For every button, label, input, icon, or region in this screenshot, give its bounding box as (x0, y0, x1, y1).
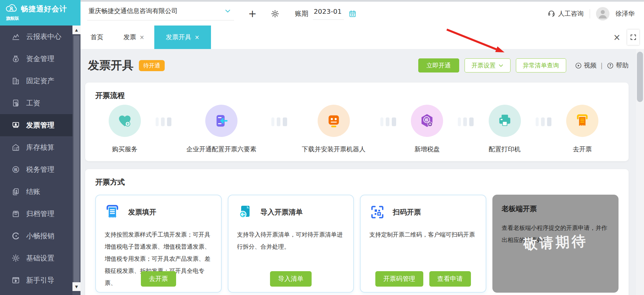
sidebar-scrollbar: ▲ ▼ (72, 26, 80, 295)
sidebar-item-label: 资金管理 (26, 54, 54, 63)
sidebar-item-fixed-assets[interactable]: 固定资产 (0, 70, 72, 92)
sidebar-item-contact-support[interactable]: 联系客服 (0, 291, 72, 295)
tab-invoice-issuing[interactable]: 发票开具 × (154, 26, 211, 49)
guide-video-icon (11, 276, 20, 285)
abnormal-list-button[interactable]: 异常清单查询 (516, 58, 566, 72)
flow-title: 开票流程 (95, 91, 619, 101)
tab-close-icon[interactable]: × (195, 34, 199, 41)
topbar-divider (590, 9, 590, 18)
view-applications-button[interactable]: 查看申请 (429, 271, 471, 287)
brand-edition: 旗舰版 (6, 15, 80, 21)
sidebar-item-closing[interactable]: 结账 (0, 181, 72, 203)
robot-icon (326, 113, 341, 129)
main-area: 重庆畅捷交通信息咨询有限公司 + 账期 2023-01 (80, 0, 644, 295)
main-scrollbar-thumb[interactable] (637, 52, 643, 102)
sidebar-item-basic-settings[interactable]: 基础设置 (0, 247, 72, 269)
add-account-button[interactable]: + (248, 9, 257, 19)
help-label: 帮助 (616, 61, 629, 70)
sidebar-item-label: 小畅报销 (26, 231, 54, 241)
calendar-icon[interactable] (348, 10, 357, 18)
chevron-down-icon (225, 8, 231, 14)
invoice-settings-label: 开票设置 (472, 61, 496, 69)
sidebar-item-beginner-guide[interactable]: 新手引导 (0, 269, 72, 291)
card-description: 支持定制开票二维码，客户端可扫码开票 (369, 229, 477, 241)
close-icon[interactable]: × (613, 33, 621, 42)
flow-separator (380, 117, 396, 126)
flow-step-add-tax-disk: 税 新增税盘 (411, 105, 443, 154)
activate-now-button[interactable]: 立即开通 (418, 58, 459, 72)
license-card-icon (214, 113, 229, 129)
invoice-fill-icon (105, 204, 121, 220)
consult-label: 人工咨询 (558, 9, 584, 18)
flow-step-configure-elements: 企业开通配置开票六要素 (186, 105, 256, 154)
flow-step-label: 去开票 (573, 145, 592, 154)
flow-step-buy-service: 购买服务 (109, 105, 141, 154)
coming-soon-watermark: 敬请期待 (523, 232, 588, 254)
flow-step-label: 企业开通配置开票六要素 (186, 145, 256, 154)
topbar: 重庆畅捷交通信息咨询有限公司 + 账期 2023-01 (80, 2, 644, 26)
methods-title: 开票方式 (95, 177, 619, 187)
help-link[interactable]: ? 帮助 (607, 61, 629, 70)
sidebar: 畅捷通好会计 旗舰版 云报表中心 资金管理 固定资产 工资 (0, 0, 80, 295)
sidebar-item-salary[interactable]: 工资 (0, 92, 72, 114)
sidebar-item-inventory[interactable]: 库存核算 (0, 136, 72, 158)
page-header: 发票开具 待开通 立即开通 开票设置 异常清单查询 视频 | (85, 55, 629, 76)
import-list-button[interactable]: 导入清单 (270, 271, 312, 287)
avatar[interactable] (596, 7, 609, 20)
username[interactable]: 徐泽华 (615, 9, 635, 18)
settings-gear-icon[interactable] (271, 9, 279, 18)
tab-label: 发票开具 (166, 33, 191, 42)
main-scrollbar (636, 49, 644, 295)
sidebar-item-cloud-reports[interactable]: 云报表中心 (0, 26, 72, 48)
manual-consult-link[interactable]: 人工咨询 (547, 9, 584, 18)
sidebar-item-xiaochang-expense[interactable]: 小畅报销 (0, 225, 72, 247)
tab-close-icon[interactable]: × (140, 34, 144, 41)
play-circle-icon (575, 62, 582, 69)
import-list-icon (237, 204, 253, 220)
qr-code-manage-button[interactable]: 开票码管理 (375, 271, 423, 287)
cloud-logo-icon (5, 3, 18, 15)
sidebar-item-label: 库存核算 (26, 143, 54, 152)
sidebar-item-funds[interactable]: 资金管理 (0, 48, 72, 70)
fullscreen-icon[interactable] (627, 30, 639, 45)
card-qr-invoice: 扫码开票 支持定制开票二维码，客户端可扫码开票 开票码管理 查看申请 (360, 195, 486, 293)
sidebar-menu: 云报表中心 资金管理 固定资产 工资 发票管理 库存核算 (0, 26, 72, 295)
card-boss-invoice: 老板端开票 查看老板端小程序提交的开票申请，并作出相应的开票处理。 敬请期待 (492, 195, 619, 293)
flow-separator (458, 117, 474, 126)
sidebar-item-tax[interactable]: 税 税务管理 (0, 158, 72, 181)
chevron-down-icon (498, 63, 503, 68)
video-link[interactable]: 视频 (575, 61, 597, 70)
sidebar-item-label: 发票管理 (26, 120, 54, 130)
card-import-list: 导入开票清单 支持导入待开票清单，可对待开票清单进行拆分、合并处理。 导入清单 (228, 195, 354, 293)
sidebar-item-label: 基础设置 (26, 253, 54, 263)
building-icon (11, 77, 20, 85)
tab-label: 发票 (123, 33, 136, 42)
printer-icon (497, 113, 513, 129)
tab-home[interactable]: 首页 (80, 26, 113, 49)
video-label: 视频 (584, 61, 597, 70)
archive-icon (11, 209, 20, 218)
sidebar-item-label: 云报表中心 (26, 32, 61, 41)
sidebar-item-label: 结账 (26, 187, 40, 196)
sidebar-item-archive[interactable]: 归档管理 (0, 203, 72, 225)
sidebar-item-invoice-management[interactable]: 发票管理 (0, 114, 72, 136)
card-title: 发票填开 (128, 207, 156, 217)
tab-invoice[interactable]: 发票 × (113, 26, 154, 49)
period-value[interactable]: 2023-01 (313, 7, 344, 20)
money-bag-icon (11, 54, 20, 63)
sidebar-item-label: 工资 (26, 98, 40, 108)
tab-label: 首页 (91, 33, 103, 42)
invoice-icon (11, 121, 20, 130)
period-label: 账期 (295, 9, 308, 18)
sidebar-item-label: 归档管理 (26, 209, 54, 218)
sidebar-scrollbar-thumb[interactable] (73, 36, 79, 282)
sidebar-scroll-down-arrow[interactable]: ▼ (72, 282, 80, 291)
gear-icon (11, 254, 20, 262)
invoice-settings-button[interactable]: 开票设置 (465, 58, 511, 72)
go-invoice-button[interactable]: 去开票 (141, 271, 176, 287)
receipt-icon (575, 113, 590, 129)
company-selector[interactable]: 重庆畅捷交通信息咨询有限公司 (87, 7, 234, 20)
salary-doc-icon (11, 99, 20, 107)
sidebar-scroll-up-arrow[interactable]: ▲ (72, 26, 80, 34)
flow-step-go-invoice: 去开票 (566, 105, 598, 154)
